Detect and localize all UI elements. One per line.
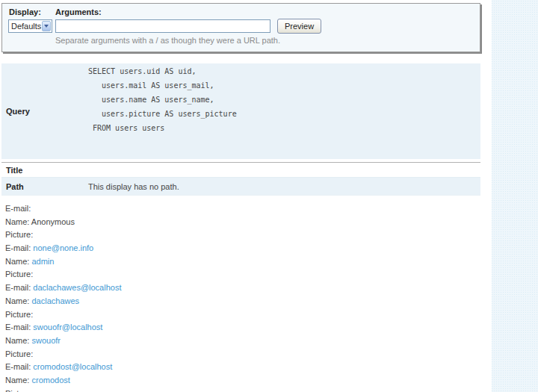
- email-field-label: E-mail:: [5, 283, 31, 292]
- email-field-label: E-mail:: [5, 243, 31, 252]
- result-field-email: E-mail:: [5, 202, 483, 216]
- result-field-picture: Picture:: [5, 308, 483, 322]
- name-link[interactable]: swouofr: [31, 336, 61, 345]
- chevron-down-icon: [42, 21, 51, 31]
- path-label: Path: [6, 182, 24, 191]
- email-field-label: E-mail:: [5, 323, 31, 332]
- name-value: Anonymous: [31, 217, 75, 226]
- result-field-picture: Picture:: [5, 268, 483, 281]
- result-field-picture: Picture:: [5, 348, 483, 361]
- name-field-label: Name:: [5, 336, 29, 345]
- query-row: Query SELECT users.uid AS uid, users.mai…: [1, 63, 480, 159]
- arguments-help: Separate arguments with a / as though th…: [55, 36, 280, 45]
- path-value: This display has no path.: [88, 182, 179, 191]
- result-field-name: Name: daclachawes: [5, 295, 483, 308]
- picture-field-label: Picture:: [5, 349, 33, 358]
- result-field-email: E-mail: cromodost@localhost: [5, 361, 483, 374]
- result-field-email: E-mail: none@none.info: [5, 242, 483, 255]
- arguments-label: Arguments:: [55, 7, 102, 16]
- arguments-input[interactable]: [55, 19, 270, 33]
- title-row: Title: [1, 162, 480, 177]
- name-field-label: Name:: [5, 257, 29, 266]
- display-select-value: Defaults: [9, 22, 41, 31]
- name-field-label: Name:: [5, 296, 29, 305]
- query-sql: SELECT users.uid AS uid, users.mail AS u…: [88, 64, 237, 135]
- display-label: Display:: [9, 7, 41, 16]
- email-link[interactable]: swouofr@localhost: [33, 323, 102, 332]
- preview-fieldset: Display: Defaults Arguments: Preview Sep…: [1, 3, 480, 52]
- query-label: Query: [6, 107, 30, 116]
- name-field-label: Name:: [5, 376, 29, 385]
- name-link[interactable]: admin: [31, 257, 54, 266]
- content-area: Display: Defaults Arguments: Preview Sep…: [0, 0, 492, 392]
- picture-field-label: Picture:: [5, 389, 33, 392]
- name-link[interactable]: daclachawes: [31, 296, 79, 305]
- result-field-name: Name: cromodost: [5, 374, 483, 388]
- email-link[interactable]: daclachawes@localhost: [33, 283, 121, 292]
- picture-field-label: Picture:: [5, 310, 33, 319]
- display-select[interactable]: Defaults: [8, 19, 52, 33]
- result-field-email: E-mail: swouofr@localhost: [5, 321, 483, 335]
- preview-button[interactable]: Preview: [277, 19, 321, 34]
- picture-field-label: Picture:: [5, 230, 33, 239]
- result-field-picture: Picture:: [5, 228, 483, 242]
- email-link[interactable]: cromodost@localhost: [33, 362, 112, 371]
- page-background: Display: Defaults Arguments: Preview Sep…: [0, 0, 538, 392]
- email-link[interactable]: none@none.info: [33, 243, 93, 252]
- result-field-name: Name: swouofr: [5, 335, 483, 348]
- result-field-name: Name: admin: [5, 255, 483, 269]
- title-label: Title: [6, 166, 22, 175]
- email-field-label: E-mail:: [5, 362, 31, 371]
- result-field-picture: Picture:: [5, 388, 483, 392]
- result-field-email: E-mail: daclachawes@localhost: [5, 281, 483, 295]
- name-link[interactable]: cromodost: [31, 376, 69, 385]
- email-field-label: E-mail:: [5, 204, 31, 213]
- picture-field-label: Picture:: [5, 270, 33, 279]
- result-field-name: Name: Anonymous: [5, 216, 483, 229]
- path-row: Path This display has no path.: [1, 177, 480, 196]
- name-field-label: Name:: [5, 217, 29, 226]
- results-list: E-mail:Name: AnonymousPicture:E-mail: no…: [5, 202, 483, 392]
